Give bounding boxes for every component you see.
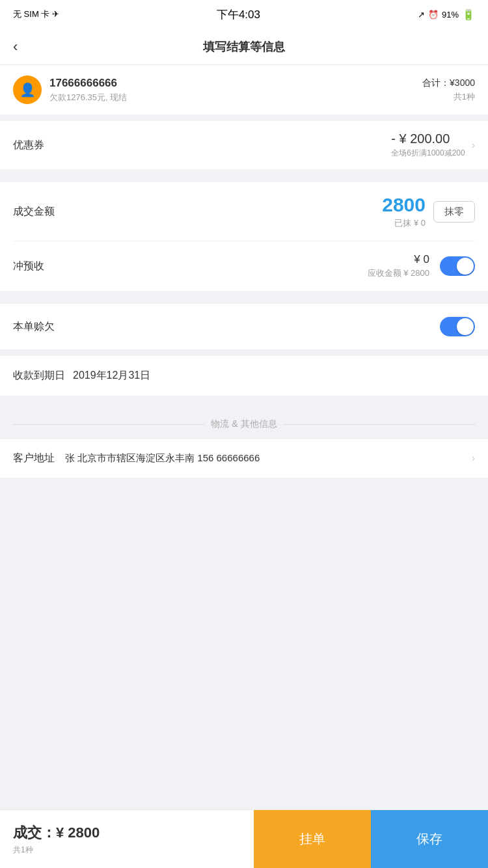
coupon-label: 优惠券	[13, 139, 44, 152]
address-chevron-icon: ›	[472, 452, 475, 464]
due-date-label: 收款到期日	[13, 369, 65, 383]
debt-toggle[interactable]	[440, 317, 475, 336]
battery-label: 91%	[442, 10, 459, 20]
debt-label: 本单赊欠	[13, 320, 55, 334]
gray-separator-2	[0, 297, 488, 304]
coupon-discount: - ¥ 200.00	[391, 131, 465, 146]
page-title: 填写结算等信息	[203, 39, 285, 55]
status-left: 无 SIM 卡 ✈	[13, 8, 59, 20]
prepay-sub: 应收金额 ¥ 2800	[368, 267, 429, 279]
bottom-deal-label: 成交：¥ 2800	[13, 823, 241, 843]
toggle-circle	[457, 258, 474, 275]
battery-icon: 🔋	[462, 8, 475, 21]
status-bar: 无 SIM 卡 ✈ 下午4:03 ↗ ⏰ 91% 🔋	[0, 0, 488, 29]
avatar-icon: 👤	[20, 82, 36, 98]
due-date-section: 收款到期日 2019年12月31日	[0, 356, 488, 396]
coupon-section[interactable]: 优惠券 - ¥ 200.00 全场6折满1000减200 ›	[0, 121, 488, 169]
prepay-label: 冲预收	[13, 260, 44, 273]
bottom-deal-value: ¥ 2800	[56, 824, 100, 841]
content: 👤 17666666666 欠款1276.35元, 现结 合计：¥3000 共1…	[0, 65, 488, 666]
bottom-deal-prefix: 成交：	[13, 824, 56, 841]
customer-left: 👤 17666666666 欠款1276.35元, 现结	[13, 75, 127, 104]
prepay-amount-col: ¥ 0 应收金额 ¥ 2800	[368, 253, 429, 279]
gray-separator-3	[0, 402, 488, 409]
address-value: 张 北京市市辖区海淀区永丰南 156 66666666	[65, 451, 467, 466]
status-time: 下午4:03	[217, 7, 260, 22]
coupon-chevron-icon: ›	[472, 139, 475, 151]
bottom-bar: 成交：¥ 2800 共1种 挂单 保存	[0, 809, 488, 868]
location-icon: ↗	[418, 10, 425, 20]
save-button[interactable]: 保存	[371, 810, 488, 869]
due-date-value: 2019年12月31日	[73, 369, 150, 383]
customer-phone: 17666666666	[49, 77, 127, 90]
deal-amount-value: 2800	[382, 194, 426, 216]
logistics-separator: 物流 & 其他信息	[0, 409, 488, 439]
coupon-detail: 全场6折满1000减200	[391, 148, 465, 159]
back-button[interactable]: ‹	[13, 33, 23, 61]
coupon-info: - ¥ 200.00 全场6折满1000减200	[391, 131, 465, 159]
gray-separator-1	[0, 176, 488, 182]
customer-sub-info: 欠款1276.35元, 现结	[49, 92, 127, 103]
avatar: 👤	[13, 75, 42, 104]
address-row[interactable]: 客户地址 张 北京市市辖区海淀区永丰南 156 66666666 ›	[13, 439, 475, 478]
customer-right: 合计：¥3000 共1种	[422, 77, 475, 103]
logistics-text: 物流 & 其他信息	[204, 418, 283, 429]
deal-amount-row: 成交金额 2800 已抹 ¥ 0 抹零	[13, 182, 475, 241]
coupon-right: - ¥ 200.00 全场6折满1000减200 ›	[391, 131, 475, 159]
address-section[interactable]: 客户地址 张 北京市市辖区海淀区永丰南 156 66666666 ›	[0, 439, 488, 478]
debt-toggle-circle	[457, 318, 474, 335]
hold-button[interactable]: 挂单	[254, 810, 371, 869]
empty-space	[0, 484, 488, 601]
customer-details: 17666666666 欠款1276.35元, 现结	[49, 77, 127, 103]
round-zero-button[interactable]: 抹零	[433, 201, 475, 223]
due-date-row: 收款到期日 2019年12月31日	[13, 369, 475, 383]
deal-amount-label: 成交金额	[13, 205, 55, 219]
prepay-value: ¥ 0	[368, 253, 429, 266]
deal-amount-right: 2800 已抹 ¥ 0 抹零	[382, 194, 475, 229]
prepay-right: ¥ 0 应收金额 ¥ 2800	[368, 253, 475, 279]
no-sim-label: 无 SIM 卡 ✈	[13, 8, 59, 20]
customer-info-section: 👤 17666666666 欠款1276.35元, 现结 合计：¥3000 共1…	[0, 65, 488, 115]
status-right: ↗ ⏰ 91% 🔋	[418, 8, 475, 21]
total-count: 共1种	[422, 91, 475, 103]
nav-bar: ‹ 填写结算等信息	[0, 29, 488, 65]
debt-inner: 本单赊欠	[13, 304, 475, 349]
bottom-summary: 成交：¥ 2800 共1种	[0, 823, 254, 856]
address-label: 客户地址	[13, 452, 55, 465]
total-label: 合计：¥3000	[422, 77, 475, 89]
bottom-count: 共1种	[13, 845, 241, 856]
debt-section: 本单赊欠	[0, 304, 488, 349]
prepay-row: 冲预收 ¥ 0 应收金额 ¥ 2800	[13, 241, 475, 291]
deal-amount-col: 2800 已抹 ¥ 0	[382, 194, 426, 229]
deal-amount-sub: 已抹 ¥ 0	[382, 217, 426, 229]
prepay-toggle[interactable]	[440, 256, 475, 276]
alarm-icon: ⏰	[428, 10, 439, 20]
amount-section: 成交金额 2800 已抹 ¥ 0 抹零 冲预收 ¥ 0 应收金额 ¥ 2800	[0, 182, 488, 291]
